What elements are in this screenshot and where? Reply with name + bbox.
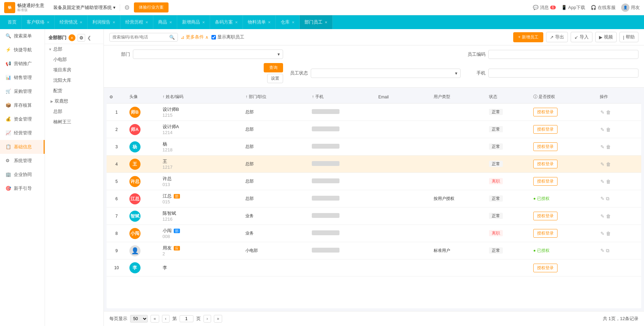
edit-btn[interactable]: ✎ [600, 109, 605, 115]
status-select[interactable]: ▾ [311, 69, 461, 78]
delete-btn[interactable]: 🗑 [606, 179, 611, 184]
th-dept[interactable]: ↑ 部门/职位 [243, 90, 309, 104]
import-btn[interactable]: ↙ 导入 [571, 32, 592, 42]
sidebar-item-search[interactable]: 🔍 搜索菜单 [0, 29, 45, 43]
divider [120, 4, 120, 11]
tab-employees[interactable]: 部门员工 ✕ [300, 15, 333, 29]
video-btn[interactable]: ▶ 视频 [595, 32, 617, 42]
filter-icon: ⊿ [181, 35, 184, 40]
edit-btn[interactable]: ✎ [600, 127, 605, 132]
avatar-icon: 👤 [621, 3, 629, 12]
table-row-highlighted: 4 王 王1217 总部 正常 授权登录 ✎🗑 [107, 156, 641, 173]
last-page-btn[interactable]: » [214, 315, 223, 323]
edit-btn[interactable]: ✎ [600, 196, 605, 201]
show-resigned-checkbox[interactable]: 显示离职员工 [211, 34, 244, 40]
th-phone[interactable]: ↑ 手机 [309, 90, 375, 104]
tab-customer[interactable]: 客户联络 ✕ [22, 15, 55, 29]
page-input[interactable] [180, 315, 193, 322]
first-page-btn[interactable]: « [151, 315, 159, 323]
per-page-select[interactable]: 50 100 200 [130, 315, 148, 323]
tab-bom[interactable]: 物料清单 ✕ [243, 15, 276, 29]
dept-tree-collapse-btn[interactable]: ❮ [87, 35, 91, 41]
app-download-btn[interactable]: 📱 App下载 [561, 5, 585, 11]
purchase-icon: 🛒 [6, 89, 11, 94]
dept-item-peihuo[interactable]: 配货 [45, 86, 103, 96]
th-usertype: 用户类型 [431, 90, 486, 104]
filter-panel: 部门 ▾ 员工编码 查询 设置 员工状态 [104, 45, 644, 88]
row-email [375, 104, 431, 121]
resigned-checkbox-input[interactable] [211, 35, 216, 39]
guide-icon: 🎯 [6, 186, 11, 191]
edit-btn[interactable]: ✎ [600, 179, 605, 184]
export-btn[interactable]: ↗ 导出 [546, 32, 568, 42]
delete-btn[interactable]: 🗑 [606, 127, 611, 132]
sidebar-item-system[interactable]: ⚙ 系统管理 [0, 154, 45, 168]
delete-btn[interactable]: 🗑 [606, 144, 611, 150]
trial-button[interactable]: 体验行业方案 [134, 2, 169, 12]
filter-dept-row: 部门 ▾ [109, 50, 283, 59]
add-employee-btn[interactable]: + 新增员工 [513, 32, 543, 42]
copy-btn[interactable]: ⧉ [606, 196, 609, 201]
tab-history[interactable]: 经营历程 ✕ [120, 15, 153, 29]
th-name[interactable]: ↑ 姓名/编码 [160, 90, 243, 104]
edit-btn[interactable]: ✎ [600, 144, 605, 150]
sidebar-item-sales[interactable]: 📊 销售管理 [0, 71, 45, 85]
edit-btn[interactable]: ✎ [600, 248, 605, 253]
search-input[interactable] [112, 35, 168, 39]
dept-add-btn[interactable]: + [69, 34, 75, 41]
tab-barcode[interactable]: 条码方案 ✕ [210, 15, 243, 29]
tab-home[interactable]: 首页 [3, 15, 22, 29]
dept-item-xiangmu[interactable]: 项目库房 [45, 65, 103, 75]
sidebar-item-guide[interactable]: 🎯 新手引导 [0, 182, 45, 195]
query-btn[interactable]: 查询 [264, 63, 283, 72]
tab-goods[interactable]: 商品 ✕ [153, 15, 177, 29]
search-btn[interactable]: 🔍 [169, 35, 175, 40]
phone-input[interactable] [488, 69, 638, 78]
dept-settings-btn[interactable]: ⚙ [78, 34, 85, 42]
dept-item-zongbu-child[interactable]: 总部 [45, 106, 103, 117]
user-avatar[interactable]: 👤 用友 [621, 3, 640, 12]
tab-addgoods[interactable]: 新增商品 ✕ [177, 15, 210, 29]
help-btn[interactable]: | 帮助 [619, 32, 638, 42]
next-page-btn[interactable]: › [203, 315, 211, 323]
dept-select[interactable]: ▾ [133, 50, 283, 59]
sidebar-item-purchase[interactable]: 🛒 采购管理 [0, 85, 45, 98]
top-right: 💬 消息 6 📱 App下载 🎧 在线客服 👤 用友 [533, 3, 640, 12]
sidebar-item-corp[interactable]: 🏢 企业协同 [0, 168, 45, 182]
employee-table-wrap: ⚙ 头像 ↑ 姓名/编码 ↑ 部门/职位 ↑ 手机 Email 用户类型 状态 … [107, 90, 641, 308]
dept-item-nanshu[interactable]: 楠树王三 [45, 117, 103, 127]
message-btn[interactable]: 💬 消息 6 [533, 5, 556, 11]
empcode-input[interactable] [488, 50, 638, 59]
delete-btn[interactable]: 🗑 [606, 161, 611, 167]
delete-btn[interactable]: 🗑 [606, 109, 611, 115]
more-filter-btn[interactable]: ⊿ 更多条件 ∧ [181, 34, 209, 40]
online-service-btn[interactable]: 🎧 在线客服 [591, 5, 616, 11]
dept-item-zongbu-parent[interactable]: ▼ 总部 [45, 44, 103, 54]
search-wrap: 🔍 [109, 33, 178, 42]
sidebar-item-finance[interactable]: 💰 资金管理 [0, 112, 45, 126]
sidebar-item-operations[interactable]: 📈 经营管理 [0, 126, 45, 140]
dept-item-xiaodian[interactable]: 小电部 [45, 54, 103, 65]
edit-btn[interactable]: ✎ [600, 213, 605, 219]
prev-page-btn[interactable]: ‹ [162, 315, 170, 323]
dept-item-shuangluxiang[interactable]: ▶ 双鹿想 [45, 96, 103, 106]
delete-btn[interactable]: 🗑 [606, 231, 611, 236]
edit-btn[interactable]: ✎ [600, 231, 605, 236]
sidebar-item-quicknav[interactable]: ⚡ 快捷导航 [0, 43, 45, 57]
dept-item-shenyang[interactable]: 沈阳大库 [45, 75, 103, 86]
edit-btn[interactable]: ✎ [600, 161, 605, 167]
tab-operation[interactable]: 经营情况 ✕ [55, 15, 88, 29]
th-avatar: 头像 [127, 90, 160, 104]
system-name[interactable]: 装备及固定资产辅助管理系统 ▾ [53, 5, 116, 11]
tab-profit[interactable]: 利润报告 ✕ [88, 15, 120, 29]
th-settings[interactable]: ⚙ [107, 90, 127, 104]
setting-btn[interactable]: 设置 [267, 74, 283, 83]
sidebar-item-marketing[interactable]: 📢 营销推广 [0, 57, 45, 71]
tab-warehouse[interactable]: 仓库 ✕ [276, 15, 300, 29]
sidebar-item-inventory[interactable]: 📦 库存核算 [0, 98, 45, 112]
delete-btn[interactable]: 🗑 [606, 213, 611, 219]
settings-icon[interactable]: ⚙ [124, 4, 130, 11]
sidebar-item-basic[interactable]: 📋 基础信息 [0, 140, 45, 154]
row-phone [309, 104, 375, 121]
copy-btn[interactable]: ⧉ [606, 248, 609, 253]
